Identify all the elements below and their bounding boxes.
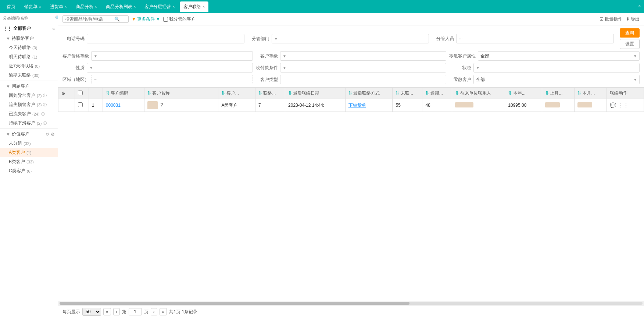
- all-customers-header[interactable]: ⋮⋮ 全部客户 «: [0, 23, 58, 34]
- action-link-icon[interactable]: ⋮⋮: [618, 102, 629, 108]
- price-grade-label: 客户价格等级: [62, 53, 89, 59]
- cell-last-method[interactable]: 下销货单: [345, 99, 393, 112]
- close-customer-tier-icon[interactable]: ×: [172, 5, 175, 9]
- value-group-actions[interactable]: ↺ ⚙: [46, 132, 55, 137]
- col-unit-contacts[interactable]: ⇅ 往来单位联系人: [452, 88, 505, 99]
- nav-tab-goods-list[interactable]: 商品分析列表 ×: [102, 1, 140, 12]
- col-last-month[interactable]: ⇅ 上月...: [542, 88, 575, 99]
- toolbar-search-icon[interactable]: 🔍: [114, 17, 120, 22]
- col-this-month[interactable]: ⇅ 本月...: [575, 88, 607, 99]
- sidebar-search-input[interactable]: [3, 16, 54, 20]
- close-customer-contact-icon[interactable]: ×: [203, 5, 205, 9]
- select-all-checkbox[interactable]: [78, 91, 83, 95]
- col-code[interactable]: ⇅ 客户编码: [103, 88, 144, 99]
- table-header-row: ⚙ ⇅ 客户编码 ⇅ 客户名称: [58, 88, 644, 99]
- nav-tab-goods-analysis[interactable]: 商品分析 ×: [72, 1, 101, 12]
- sidebar-item-repurchase[interactable]: 回购异常客户 (2) ⓘ: [0, 91, 58, 100]
- sidebar-item-b-class[interactable]: B类客户 (33): [0, 157, 58, 166]
- scroll-thumb[interactable]: [60, 302, 409, 305]
- col-settings[interactable]: ⚙: [58, 88, 75, 99]
- price-grade-select[interactable]: ▼: [91, 51, 253, 61]
- sidebar-item-declining[interactable]: 持续下滑客户 (2) ⓘ: [0, 119, 58, 128]
- my-customers-checkbox-label[interactable]: 我分管的客户: [163, 16, 196, 22]
- query-button[interactable]: 查询: [620, 28, 640, 38]
- region-select[interactable]: ···: [91, 75, 253, 84]
- dept-select[interactable]: ▼: [272, 34, 429, 43]
- action-chat-icon[interactable]: 💬: [610, 102, 616, 108]
- sidebar-item-churn[interactable]: 流失预警客户 (3) ⓘ: [0, 100, 58, 109]
- sidebar-item-tomorrow[interactable]: 明天待联络 (1): [0, 52, 58, 61]
- retail-customer-select[interactable]: 全部 ▼: [473, 75, 640, 84]
- col-overdue[interactable]: ⇅ 逾期...: [422, 88, 452, 99]
- prev-page-btn[interactable]: ‹: [113, 308, 120, 315]
- next-page-btn[interactable]: ›: [151, 308, 157, 315]
- close-goods-list-icon[interactable]: ×: [134, 5, 136, 9]
- sidebar-group-value[interactable]: ▼ 价值客户 ↺ ⚙: [0, 130, 58, 139]
- row-checkbox[interactable]: [78, 102, 83, 107]
- cell-code[interactable]: 000031: [103, 99, 144, 112]
- page-input[interactable]: [129, 308, 142, 315]
- sidebar-item-today[interactable]: 今天待联络 (0): [0, 43, 58, 52]
- horizontal-scrollbar[interactable]: [58, 301, 644, 305]
- cell-checkbox[interactable]: [75, 99, 89, 112]
- filter-icon: ▼: [132, 17, 136, 22]
- today-label: 今天待联络: [9, 45, 31, 51]
- close-all-icon[interactable]: ×: [638, 3, 641, 9]
- filter-retail-customer: 零散客户 全部 ▼: [449, 75, 640, 84]
- status-select[interactable]: ▼: [473, 63, 640, 73]
- col-this-year-label: 本年...: [513, 91, 526, 96]
- last-page-btn[interactable]: »: [160, 308, 167, 315]
- col-last-method[interactable]: ⇅ 最后联络方式: [345, 88, 393, 99]
- nav-tab-customer-contact[interactable]: 客户联络 ×: [180, 1, 208, 12]
- sidebar-item-c-class[interactable]: C类客户 (6): [0, 166, 58, 176]
- person-input[interactable]: ···: [456, 34, 614, 43]
- table-settings-icon[interactable]: ⚙: [61, 91, 65, 96]
- col-uncontacted[interactable]: ⇅ 未联...: [393, 88, 422, 99]
- nav-tab-customer-tier[interactable]: 客户分层经营 ×: [141, 1, 178, 12]
- sidebar-group-pending[interactable]: ▼ 待联络客户: [0, 34, 58, 43]
- sidebar-item-ungroup[interactable]: 未分组 (32): [0, 139, 58, 148]
- close-sales-icon[interactable]: ×: [39, 5, 41, 9]
- sidebar-group-problem[interactable]: ▼ 问题客户: [0, 82, 58, 91]
- filter-retail-attr: 零散客户属性 全部 ▼: [449, 51, 640, 61]
- settings-button[interactable]: 设置: [620, 39, 640, 49]
- sidebar-item-lost[interactable]: 已流失客户 (24) ⓘ: [0, 109, 58, 119]
- sort-thisyear-icon: ⇅: [508, 91, 512, 96]
- nav-tab-home[interactable]: 首页: [3, 1, 19, 12]
- customer-grade-select[interactable]: ▼: [280, 51, 446, 61]
- collapse-sidebar-icon[interactable]: «: [52, 26, 55, 31]
- sort-type-icon: ⇅: [221, 91, 225, 96]
- page-size-select[interactable]: 50 100 200: [82, 308, 101, 316]
- retail-attr-value: 全部: [480, 53, 489, 59]
- nav-tab-sales[interactable]: 销货单 ×: [21, 1, 45, 12]
- sort-uncontacted-icon: ⇅: [396, 91, 399, 96]
- payment-select[interactable]: ▼: [280, 63, 446, 73]
- batch-op-btn[interactable]: ☑ 批量操作: [600, 16, 622, 22]
- sidebar-item-overdue[interactable]: 逾期未联络 (30): [0, 71, 58, 80]
- payment-caret-icon: ▼: [283, 66, 286, 70]
- col-contacts[interactable]: ⇅ 联络...: [255, 88, 285, 99]
- export-btn[interactable]: ⬇ 导出: [626, 16, 640, 22]
- sidebar-item-week[interactable]: 近7天待联络 (0): [0, 61, 58, 71]
- retail-attr-select[interactable]: 全部 ▼: [478, 51, 640, 61]
- settings-icon[interactable]: ⚙: [51, 132, 55, 137]
- refresh-icon[interactable]: ↺: [46, 132, 49, 137]
- customer-type-input[interactable]: [280, 75, 446, 84]
- col-type[interactable]: ⇅ 客户...: [218, 88, 255, 99]
- col-name[interactable]: ⇅ 客户名称: [144, 88, 218, 99]
- close-purchase-icon[interactable]: ×: [65, 5, 67, 9]
- sidebar-item-a-class[interactable]: A类客户 (1): [0, 148, 58, 157]
- nav-tab-purchase[interactable]: 进货单 ×: [46, 1, 71, 12]
- col-this-year[interactable]: ⇅ 本年...: [505, 88, 542, 99]
- nature-select[interactable]: ▼: [87, 63, 253, 73]
- sidebar-search-icon[interactable]: 🔍: [55, 15, 58, 21]
- phone-input[interactable]: [87, 34, 244, 43]
- col-last-date[interactable]: ⇅ 最后联络日期: [285, 88, 346, 99]
- close-goods-analysis-icon[interactable]: ×: [95, 5, 97, 9]
- first-page-btn[interactable]: «: [103, 308, 111, 315]
- my-customers-checkbox[interactable]: [163, 17, 168, 22]
- more-filters-btn[interactable]: ▼ 更多条件 ▼: [132, 16, 160, 22]
- col-checkbox[interactable]: [75, 88, 89, 99]
- toolbar-search-input[interactable]: [65, 17, 113, 22]
- last-method-link[interactable]: 下销货单: [348, 103, 366, 108]
